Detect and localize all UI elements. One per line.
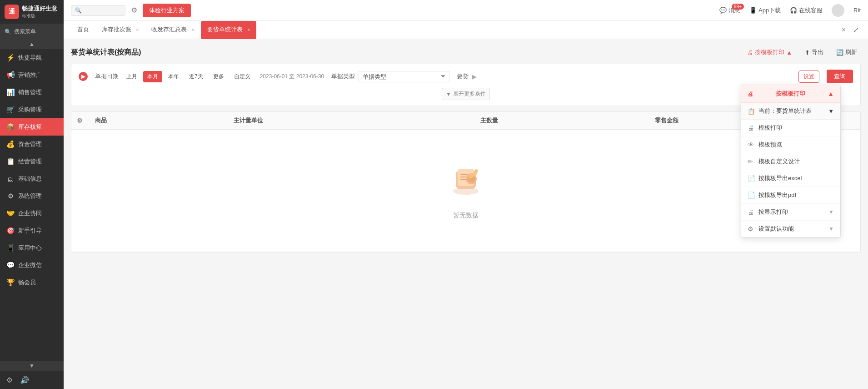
online-service-btn[interactable]: 🎧 在线客服: [790, 6, 823, 15]
order-type-select[interactable]: 单据类型: [359, 71, 449, 82]
sidebar-item-label: 应用中心: [18, 244, 42, 252]
dropdown-current-label: 当前：要货单统计表: [758, 107, 812, 115]
sidebar-item-purchase[interactable]: 🛒 采购管理: [0, 101, 64, 118]
window-close-btn[interactable]: ×: [840, 24, 848, 36]
sidebar-item-operation[interactable]: 📋 经营管理: [0, 153, 64, 170]
dropdown-item-template-design[interactable]: ✏ 模板自定义设计: [741, 153, 840, 170]
empty-text: 暂无数据: [453, 212, 479, 220]
sidebar-item-label: 基础信息: [18, 175, 42, 183]
topbar-gear-icon[interactable]: ⚙: [131, 6, 137, 15]
dropdown-item-template-print[interactable]: 🖨 模板打印: [741, 120, 840, 136]
table-col-unit: 主计量单位: [228, 112, 475, 130]
query-btn[interactable]: 查询: [827, 70, 853, 83]
sidebar-item-collab[interactable]: 🤝 企业协同: [0, 205, 64, 222]
date-more[interactable]: 更多: [209, 71, 228, 82]
scroll-up-btn[interactable]: ▲: [0, 39, 64, 49]
date-custom[interactable]: 自定义: [230, 71, 254, 82]
column-settings-icon[interactable]: ⚙: [77, 117, 83, 124]
sidebar-item-label: 新手引导: [18, 227, 42, 235]
svg-rect-5: [460, 174, 468, 175]
sidebar-item-label: 企业协同: [18, 209, 42, 217]
tab-batch-close[interactable]: ×: [136, 27, 139, 32]
require-goods-icon: ▶: [472, 73, 477, 80]
dropdown-item-export-pdf[interactable]: 📄 按模板导出pdf: [741, 187, 840, 204]
inventory-icon: 📦: [6, 123, 15, 131]
display-print-chevron: ▼: [828, 209, 834, 215]
tab-batch[interactable]: 库存批次账 ×: [95, 21, 145, 39]
table-col-qty: 主数量: [475, 112, 649, 130]
sidebar-item-wechat[interactable]: 💬 企业微信: [0, 257, 64, 274]
table-col-settings: ⚙: [71, 112, 90, 130]
expand-conditions-btn[interactable]: ▼ 展开更多条件: [442, 88, 490, 100]
print-dropdown-menu: 🖨 按模板打印 ▲ 📋 当前：要货单统计表 ▼ 🖨 模板打印 👁 模板预览: [741, 85, 841, 237]
sidebar-item-marketing[interactable]: 📢 营销推广: [0, 66, 64, 84]
system-icon: ⚙: [6, 192, 15, 200]
sidebar-item-system[interactable]: ⚙ 系统管理: [0, 187, 64, 205]
tabs-bar: 首页 库存批次账 × 收发存汇总表 × 要货单统计表 × × ⤢: [64, 21, 868, 39]
export-btn[interactable]: ⬆ 导出: [801, 46, 827, 58]
app-download-btn[interactable]: 📱 App下载: [749, 6, 781, 15]
date-last-7days[interactable]: 近7天: [185, 71, 207, 82]
order-type-label: 单据类型: [331, 72, 355, 81]
date-current-month[interactable]: 本月: [143, 71, 162, 82]
sidebar-item-inventory[interactable]: 📦 库存核算: [0, 118, 64, 136]
tab-receivables[interactable]: 收发存汇总表 ×: [145, 21, 200, 39]
date-current-year[interactable]: 本年: [164, 71, 183, 82]
dropdown-collapse-btn[interactable]: ▲: [828, 90, 834, 97]
sidebar-item-shortcut[interactable]: ⚡ 快捷导航: [0, 49, 64, 66]
topbar-right: 💬 消息 99+ 📱 App下载 🎧 在线客服 Rit: [719, 4, 861, 17]
require-goods-filter: 要货 ▶: [457, 72, 477, 81]
template-print-icon: 🖨: [748, 124, 755, 131]
table-col-product: 商品: [90, 112, 228, 130]
sidebar-item-sales[interactable]: 📊 销售管理: [0, 84, 64, 101]
dropdown-item-export-excel[interactable]: 📄 按模板导出excel: [741, 170, 840, 187]
tabs-actions: × ⤢: [840, 24, 861, 36]
refresh-btn[interactable]: 🔄 刷新: [833, 46, 861, 58]
topbar-search[interactable]: 🔍: [71, 5, 125, 16]
dropdown-item-template-preview[interactable]: 👁 模板预览: [741, 136, 840, 153]
window-maximize-btn[interactable]: ⤢: [851, 24, 861, 36]
basic-icon: 🗂: [6, 175, 15, 183]
sidebar-sound-icon[interactable]: 🔊: [20, 376, 29, 384]
service-icon: 🎧: [790, 7, 797, 14]
user-avatar[interactable]: [832, 4, 844, 17]
template-design-label: 模板自定义设计: [758, 157, 800, 166]
message-icon: 💬: [719, 7, 727, 14]
print-btn[interactable]: 🖨 按模板打印 ▲: [743, 46, 796, 58]
experience-btn[interactable]: 体验行业方案: [143, 4, 191, 17]
message-btn[interactable]: 💬 消息 99+: [719, 6, 740, 15]
sidebar-item-finance[interactable]: 💰 资金管理: [0, 136, 64, 153]
date-range-text: 2023-06-01 至 2023-06-30: [260, 73, 324, 81]
app-logo: 通 畅捷通好生意 标准版: [0, 0, 64, 24]
sidebar-item-label: 销售管理: [18, 88, 42, 96]
date-last-month[interactable]: 上月: [122, 71, 141, 82]
tab-home-label: 首页: [77, 25, 89, 34]
dropdown-item-display-print[interactable]: 🖨 按显示打印 ▼: [741, 204, 840, 221]
svg-rect-6: [460, 177, 466, 177]
dropdown-title: 按模板打印: [776, 90, 805, 98]
finance-icon: 💰: [6, 140, 15, 148]
sidebar-item-appstore[interactable]: 📱 应用中心: [0, 239, 64, 257]
dropdown-item-default-func[interactable]: ⚙ 设置默认功能 ▼: [741, 221, 840, 237]
tab-home[interactable]: 首页: [71, 21, 95, 39]
date-picker-group: 上月 本月 本年 近7天 更多 自定义: [122, 71, 254, 82]
settings-btn[interactable]: 设置: [798, 71, 819, 83]
tab-receivables-close[interactable]: ×: [191, 27, 194, 32]
sidebar-item-member[interactable]: 🏆 畅会员: [0, 274, 64, 291]
tab-order-stats-close[interactable]: ×: [247, 27, 250, 32]
sidebar-settings-icon[interactable]: ⚙: [6, 376, 13, 384]
template-preview-icon: 👁: [748, 141, 755, 148]
user-name[interactable]: Rit: [853, 7, 861, 14]
scroll-down-btn[interactable]: ▼: [0, 361, 64, 371]
sidebar-item-basic[interactable]: 🗂 基础信息: [0, 170, 64, 187]
empty-icon: [448, 162, 484, 204]
empty-illustration: [448, 162, 484, 198]
dropdown-current-item[interactable]: 📋 当前：要货单统计表 ▼: [741, 103, 840, 120]
export-btn-label: 导出: [812, 48, 823, 56]
sidebar-search[interactable]: 🔍 搜索菜单: [0, 24, 64, 39]
sidebar-item-guide[interactable]: 🎯 新手引导: [0, 222, 64, 239]
filter-expand-icon[interactable]: ▶: [79, 72, 88, 81]
print-btn-label: 按模板打印: [755, 48, 784, 56]
print-chevron-icon: ▲: [786, 49, 792, 56]
tab-order-stats[interactable]: 要货单统计表 ×: [201, 21, 256, 39]
